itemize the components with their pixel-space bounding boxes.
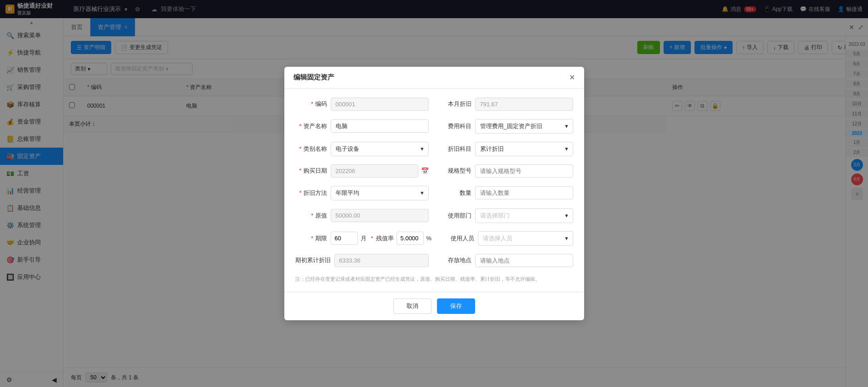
form-col-original-value: 原值 [295,208,429,223]
spec-input[interactable] [475,164,573,178]
modal-overlay: 编辑固定资产 ✕ 编码 本月折旧 资产名称 [0,0,868,387]
quantity-input[interactable] [475,186,573,199]
expense-account-label: 费用科目 [440,122,471,130]
period-label: 期限 [295,234,327,243]
residual-rate-required-mark: * [371,235,373,242]
form-row-4: 购买日期 📅 规格型号 [295,164,573,178]
initial-dep-input [334,254,429,267]
form-col-expense-account: 费用科目 管理费用_固定资产折旧 ▾ [440,119,573,134]
purchase-date-label: 购买日期 [295,167,327,175]
category-value: 电子设备 [336,145,359,153]
modal-header: 编辑固定资产 ✕ [284,67,584,89]
modal-close-btn[interactable]: ✕ [569,73,575,82]
asset-name-label: 资产名称 [295,122,327,130]
dep-method-value: 年限平均 [336,189,359,197]
code-label: 编码 [295,100,327,108]
original-value-input [331,209,429,222]
dep-account-select[interactable]: 累计折旧 ▾ [475,142,573,156]
form-col-dep-account: 折旧科目 累计折旧 ▾ [440,142,573,156]
form-row-8: 期初累计折旧 存放地点 [295,254,573,267]
purchase-date-input [331,164,418,178]
form-row-6: 原值 使用部门 请选择部门 ▾ [295,208,573,223]
form-row-1: 编码 本月折旧 [295,98,573,111]
spec-label: 规格型号 [440,167,471,175]
form-col-quantity: 数量 [440,186,573,200]
form-col-purchase-date: 购买日期 📅 [295,164,429,178]
form-row-2: 资产名称 费用科目 管理费用_固定资产折旧 ▾ [295,119,573,134]
department-label: 使用部门 [440,212,471,220]
form-col-period: 期限 月 * 残值率 % [295,231,432,246]
form-col-asset-name: 资产名称 [295,119,429,134]
user-placeholder: 请选择人员 [483,234,512,243]
residual-rate-input [397,232,424,245]
asset-name-input[interactable] [331,119,429,133]
modal-body: 编码 本月折旧 资产名称 费用科目 管理费用_固定资产折旧 [284,89,584,292]
category-dropdown-icon: ▾ [421,145,424,152]
code-input[interactable] [331,98,429,111]
user-select[interactable]: 请选择人员 ▾ [478,231,573,246]
dep-account-dropdown-icon: ▾ [565,145,568,152]
monthly-dep-input [475,98,573,111]
expense-account-dropdown-icon: ▾ [565,123,568,129]
initial-dep-label: 期初累计折旧 [295,256,331,264]
department-select[interactable]: 请选择部门 ▾ [475,208,573,223]
period-input [331,232,358,245]
form-row-3: 类别名称 电子设备 ▾ 折旧科目 累计折旧 ▾ [295,142,573,156]
form-row-7: 期限 月 * 残值率 % 使用人员 请选择人员 ▾ [295,231,573,246]
residual-rate-label: 残值率 [376,234,394,243]
quantity-label: 数量 [440,189,471,197]
dep-account-value: 累计折旧 [480,145,504,153]
monthly-dep-label: 本月折旧 [440,100,471,108]
period-group: 月 * 残值率 % [331,232,432,245]
modal-title: 编辑固定资产 [293,73,334,82]
user-dropdown-icon: ▾ [565,235,568,242]
cancel-btn[interactable]: 取消 [393,298,432,314]
department-placeholder: 请选择部门 [480,212,510,220]
expense-account-select[interactable]: 管理费用_固定资产折旧 ▾ [475,119,573,134]
original-value-label: 原值 [295,212,327,220]
period-unit: 月 [361,234,367,243]
category-select[interactable]: 电子设备 ▾ [331,142,429,156]
modal-footer: 取消 保存 [284,292,584,320]
dep-method-select[interactable]: 年限平均 ▾ [331,186,429,200]
location-input[interactable] [475,254,573,267]
form-col-location: 存放地点 [440,254,573,267]
form-col-code: 编码 [295,98,429,111]
purchase-date-group: 📅 [331,164,429,178]
expense-account-value: 管理费用_固定资产折旧 [480,122,542,130]
save-btn[interactable]: 保存 [437,298,475,314]
department-dropdown-icon: ▾ [565,212,568,219]
residual-rate-unit: % [427,235,432,242]
dep-method-label: 折旧方法 [295,189,327,197]
edit-asset-modal: 编辑固定资产 ✕ 编码 本月折旧 资产名称 [284,67,584,321]
form-col-user: 使用人员 请选择人员 ▾ [442,231,573,246]
form-row-5: 折旧方法 年限平均 ▾ 数量 [295,186,573,200]
modal-note: 注：已经存在变更记录或者对应固定资产已经生成凭证，原值、购买日期、残值率、累计折… [295,275,573,283]
form-col-category: 类别名称 电子设备 ▾ [295,142,429,156]
location-label: 存放地点 [440,256,471,264]
form-col-department: 使用部门 请选择部门 ▾ [440,208,573,223]
calendar-icon[interactable]: 📅 [421,167,429,174]
form-col-monthly-dep: 本月折旧 [440,98,573,111]
form-col-dep-method: 折旧方法 年限平均 ▾ [295,186,429,200]
dep-method-dropdown-icon: ▾ [421,189,424,196]
user-label: 使用人员 [442,234,474,243]
category-label: 类别名称 [295,145,327,153]
form-col-initial-dep: 期初累计折旧 [295,254,429,267]
form-col-spec: 规格型号 [440,164,573,178]
dep-account-label: 折旧科目 [440,145,471,153]
